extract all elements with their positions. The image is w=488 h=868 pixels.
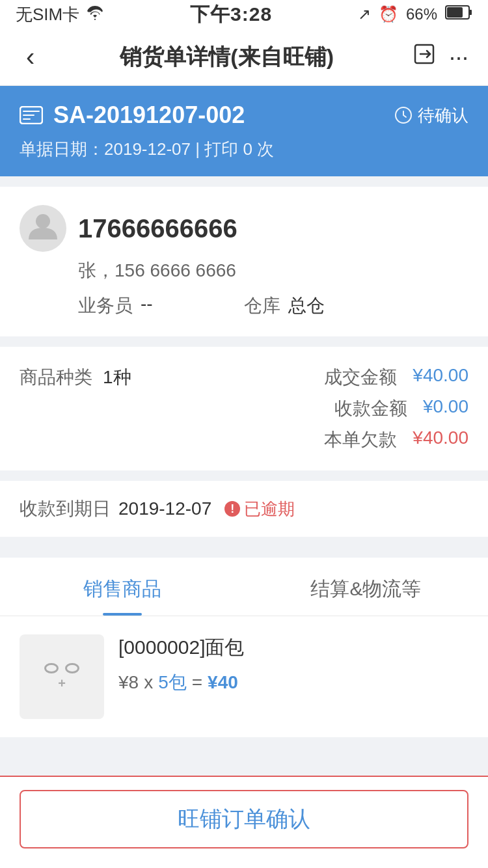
owed-value: ¥40.00 xyxy=(413,427,468,452)
product-info: [0000002]面包 ¥8 x 5包 = ¥40 xyxy=(118,634,468,695)
received-value: ¥0.00 xyxy=(423,396,468,421)
customer-meta: 业务员 -- 仓库 总仓 xyxy=(78,293,468,318)
tab-active-indicator xyxy=(103,613,142,616)
overdue-badge: ! 已逾期 xyxy=(224,498,295,521)
overdue-dot-icon: ! xyxy=(224,501,240,517)
location-icon: ↗ xyxy=(358,5,371,23)
product-name: [0000002]面包 xyxy=(118,634,468,661)
tab-sales-products[interactable]: 销售商品 xyxy=(0,558,244,616)
transaction-value: ¥40.00 xyxy=(413,365,468,390)
back-button[interactable]: ‹ xyxy=(20,36,41,78)
product-type-label: 商品种类 xyxy=(20,365,92,390)
bottom-bar: 旺铺订单确认 xyxy=(0,776,488,868)
product-type-value: 1种 xyxy=(103,365,131,390)
status-bar: 无SIM卡 下午3:28 ↗ ⏰ 66% xyxy=(0,0,488,29)
customer-section: 17666666666 张，156 6666 6666 业务员 -- 仓库 总仓 xyxy=(0,187,488,336)
status-time: 下午3:28 xyxy=(190,1,272,28)
due-date-value: 2019-12-07 xyxy=(118,498,211,519)
product-thumbnail: + xyxy=(20,634,104,719)
tab-settlement-logistics[interactable]: 结算&物流等 xyxy=(244,558,488,616)
customer-phone: 17666666666 xyxy=(78,214,237,243)
status-left: 无SIM卡 xyxy=(16,3,104,26)
section-divider-2 xyxy=(0,547,488,558)
owl-plus-icon: + xyxy=(58,676,66,691)
due-date-section: 收款到期日 2019-12-07 ! 已逾期 xyxy=(0,481,488,537)
sales-rep-value: -- xyxy=(141,293,153,318)
status-right: ↗ ⏰ 66% xyxy=(358,5,472,23)
product-logo: + xyxy=(44,663,79,691)
warehouse-label: 仓库 xyxy=(244,293,280,318)
tabs-bar: 销售商品 结算&物流等 xyxy=(0,558,488,616)
avatar xyxy=(20,205,66,252)
battery-label: 66% xyxy=(406,5,437,23)
overdue-text: 已逾期 xyxy=(244,498,295,521)
owl-eye-right xyxy=(65,663,79,673)
share-icon[interactable] xyxy=(413,42,436,72)
due-label: 收款到期日 xyxy=(20,496,111,521)
more-icon[interactable]: ··· xyxy=(449,44,468,71)
nav-actions: ··· xyxy=(413,42,468,72)
svg-rect-1 xyxy=(469,10,472,15)
summary-right: 成交金额 ¥40.00 收款金额 ¥0.00 本单欠款 ¥40.00 xyxy=(324,365,468,452)
wifi-icon xyxy=(86,5,104,25)
sales-rep-label: 业务员 xyxy=(78,293,133,318)
svg-rect-2 xyxy=(447,7,463,18)
summary-section: 商品种类 1种 成交金额 ¥40.00 收款金额 ¥0.00 本单欠款 ¥40.… xyxy=(0,347,488,470)
received-label: 收款金额 xyxy=(334,396,407,421)
order-meta: 单据日期：2019-12-07 | 打印 0 次 xyxy=(20,138,468,161)
summary-left: 商品种类 1种 xyxy=(20,365,131,390)
order-id: SA-20191207-002 xyxy=(20,102,245,129)
product-total: ¥40 xyxy=(208,672,238,693)
warehouse-value: 总仓 xyxy=(288,293,325,318)
confirm-order-button[interactable]: 旺铺订单确认 xyxy=(20,790,468,848)
svg-point-6 xyxy=(36,214,50,228)
battery-icon xyxy=(445,5,472,23)
owed-label: 本单欠款 xyxy=(324,427,397,452)
section-divider-1 xyxy=(0,176,488,187)
tabs-section: 销售商品 结算&物流等 + [0000002]面包 ¥8 x 5包 = xyxy=(0,558,488,737)
customer-name: 张，156 6666 6666 xyxy=(78,258,468,283)
order-header: SA-20191207-002 待确认 单据日期：2019-12-07 | 打印… xyxy=(0,86,488,176)
transaction-label: 成交金额 xyxy=(324,365,397,390)
owl-eye-left xyxy=(44,663,59,673)
order-status: 待确认 xyxy=(394,104,468,127)
nav-bar: ‹ 销货单详情(来自旺铺) ··· xyxy=(0,29,488,86)
product-qty: 5包 xyxy=(158,670,187,695)
product-unit-price: ¥8 xyxy=(118,672,139,693)
alarm-icon: ⏰ xyxy=(379,5,398,23)
product-item: + [0000002]面包 ¥8 x 5包 = ¥40 xyxy=(0,616,488,737)
carrier-label: 无SIM卡 xyxy=(16,3,79,26)
page-title: 销货单详情(来自旺铺) xyxy=(120,42,334,72)
product-price-row: ¥8 x 5包 = ¥40 xyxy=(118,670,468,695)
avatar-icon xyxy=(26,208,60,249)
